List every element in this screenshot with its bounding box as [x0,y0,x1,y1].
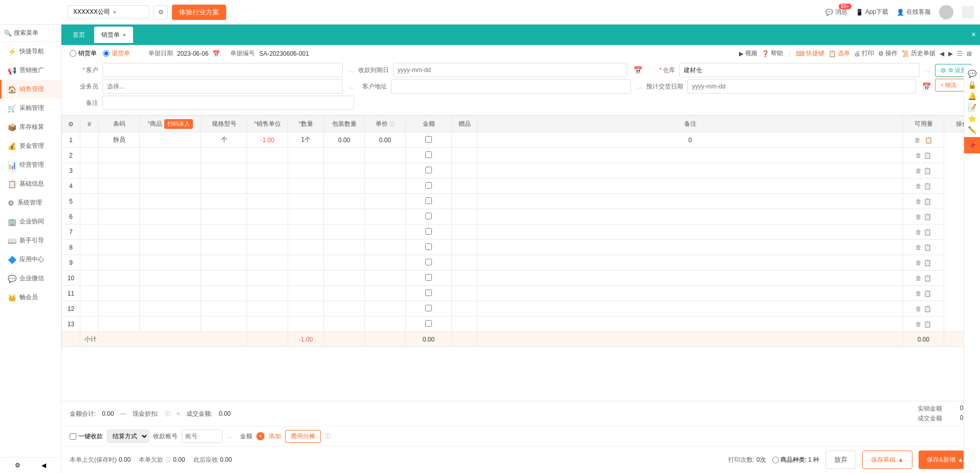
sidebar-item-enterprise[interactable]: 🏢 企业协同 [0,212,61,231]
copy-icon[interactable]: 📋 [924,198,931,205]
row-product[interactable] [99,240,140,255]
delete-icon[interactable]: 🗑 [916,183,922,190]
sidebar-item-purchase[interactable]: 🛒 采购管理 [0,99,61,118]
product-type-radio[interactable] [772,457,779,463]
print-btn[interactable]: 🖨 打印 [854,49,874,58]
row-price[interactable] [324,209,365,224]
row-qty[interactable] [247,286,288,301]
row-price[interactable] [324,301,365,317]
customer-dots[interactable]: ... [349,66,354,74]
calendar-icon[interactable]: 📅 [212,50,220,57]
row-spec[interactable] [140,178,201,194]
grid-view-btn[interactable]: ⊞ [967,50,972,57]
due-date-input[interactable] [393,63,628,77]
float-icon-star[interactable]: ⭐ [968,115,976,123]
float-icon-edit[interactable]: ✏️ [968,126,976,134]
app-download-item[interactable]: 📱 App下载 [856,8,888,16]
row-barcode[interactable] [80,255,99,271]
expected-date-input[interactable] [687,79,916,94]
row-pkgqty[interactable] [288,224,324,240]
row-spec[interactable] [140,301,201,317]
row-price[interactable] [324,286,365,301]
delete-icon[interactable]: 🗑 [916,198,922,205]
row-price[interactable] [324,255,365,271]
row-gift[interactable] [406,317,452,332]
radio-sales[interactable]: 销货单 [70,49,97,58]
row-remark[interactable] [452,224,477,240]
delete-icon[interactable]: 🗑 [916,213,922,220]
row-product[interactable] [99,286,140,301]
save-draft-button[interactable]: 保存草稿 ▲ [862,451,912,469]
row-product[interactable] [99,178,140,194]
row-pkgqty[interactable] [288,255,324,271]
row-barcode-1[interactable] [80,132,99,148]
row-remark[interactable] [452,163,477,178]
copy-icon[interactable]: 📋 [924,167,931,174]
row-remark[interactable] [452,194,477,209]
row-product[interactable] [99,301,140,317]
warehouse-dots[interactable]: ... [926,66,931,74]
copy-icon[interactable]: 📋 [924,183,931,190]
row-barcode[interactable] [80,317,99,332]
list-view-btn[interactable]: ☰ [957,50,963,57]
row-qty[interactable] [247,317,288,332]
row-product[interactable] [99,148,140,163]
gift-checkbox[interactable] [425,289,432,296]
gift-checkbox[interactable] [425,274,432,281]
row-qty[interactable] [247,224,288,240]
one-click-checkbox[interactable] [70,433,76,440]
row-remark[interactable] [452,240,477,255]
row-qty[interactable] [247,301,288,317]
row-price[interactable] [324,240,365,255]
sidebar-item-finance[interactable]: 💰 资金管理 [0,137,61,155]
row-barcode[interactable] [80,286,99,301]
row-spec[interactable] [140,209,201,224]
expected-date-calendar-icon[interactable]: 📅 [922,82,931,91]
delete-icon[interactable]: 🗑 [916,229,922,236]
row-spec[interactable] [140,240,201,255]
radio-sales-input[interactable] [70,50,76,57]
tab-bar-close[interactable]: × [971,30,976,39]
row-barcode[interactable] [80,178,99,194]
row-price[interactable] [324,194,365,209]
sidebar-item-operations[interactable]: 📊 经营管理 [0,155,61,174]
salesman-input[interactable] [102,79,343,94]
row-pkgqty[interactable] [288,317,324,332]
row-pkgqty[interactable] [288,286,324,301]
scan-button[interactable]: 扫码录入 [164,119,193,129]
row-gift[interactable] [406,286,452,301]
copy-icon[interactable]: 📋 [924,275,931,282]
help-btn[interactable]: ❓ 帮助 [761,49,783,58]
row-price[interactable] [324,224,365,240]
discard-button[interactable]: 放弃 [825,451,856,469]
radio-return[interactable]: 退货单 [103,49,130,58]
gift-checkbox[interactable] [425,243,432,250]
row-qty[interactable] [247,271,288,286]
row-qty[interactable] [247,240,288,255]
row-barcode[interactable] [80,148,99,163]
user-menu[interactable] [962,6,974,18]
row-gift[interactable] [406,240,452,255]
row-product[interactable] [99,317,140,332]
row-qty[interactable] [247,163,288,178]
row-unit[interactable] [201,286,247,301]
row-pkgqty[interactable] [288,271,324,286]
row-price[interactable] [324,178,365,194]
float-icon-bell[interactable]: 🔔 [968,92,976,100]
sidebar-item-app-center[interactable]: 🔷 应用中心 [0,250,61,269]
collapse-icon[interactable]: ◀ [41,462,46,469]
delete-icon[interactable]: 🗑 [916,259,922,266]
tab-close-icon[interactable]: × [123,32,126,38]
row-qty[interactable] [247,178,288,194]
row-spec[interactable] [140,224,201,240]
gift-checkbox[interactable] [425,305,432,311]
row-barcode[interactable] [80,271,99,286]
row-unit[interactable] [201,301,247,317]
prev-btn[interactable]: ◀ [940,50,944,57]
row-pkgqty[interactable] [288,194,324,209]
row-qty[interactable] [247,148,288,163]
copy-icon[interactable]: 📋 [924,229,931,236]
row-qty[interactable] [247,194,288,209]
row-qty[interactable] [247,209,288,224]
row-unit[interactable] [201,148,247,163]
